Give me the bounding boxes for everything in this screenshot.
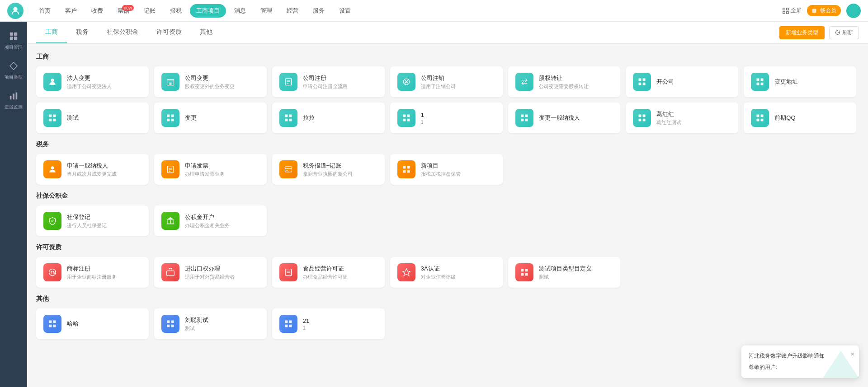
tab-xuke[interactable]: 许可资质 [147,22,191,43]
card-icon-cert [397,263,415,281]
sidebar-item-progress[interactable]: 进度监测 [0,85,27,115]
tab-other[interactable]: 其他 [191,22,222,43]
card-title: 测试 [67,114,142,122]
svg-rect-52 [643,115,646,117]
card-desc: 当月或次月成变更完成 [67,171,142,177]
card-title: 变更一般纳税人 [539,114,613,122]
service-card[interactable]: 测试项目类型目定义测试 [508,257,621,288]
service-card[interactable]: 食品经营许可证办理食品经营许可证 [272,257,385,288]
service-card[interactable]: 测试 [36,103,149,133]
card-title: 21 [303,317,377,324]
nav-item-billing[interactable]: 收费 [85,4,109,18]
svg-rect-8 [10,37,13,40]
main-layout: 项目管理 项目类型 进度监测 工商 税务 社保公积金 许可资质 其他 [0,22,868,387]
service-card[interactable]: 法人变更适用于公司变更法人 [36,66,149,97]
service-card[interactable]: 3A认证对企业信誉评级 [390,257,503,288]
tabs: 工商 税务 社保公积金 许可资质 其他 [36,22,222,43]
service-card[interactable]: 新项目报税加税控盘保管 [390,154,503,185]
service-card[interactable]: 申请发票办理申请发票业务 [154,154,267,185]
service-card[interactable]: 11 [390,103,503,133]
nav-items: 首页 客户 收费 票据 new 记账 报税 工商项目 消息 管理 经营 服务 设… [33,4,783,18]
service-card[interactable]: 进出口权办理适用于对外贸易经营者 [154,257,267,288]
service-card[interactable]: 公司注册申请公司注册全流程 [272,66,385,97]
card-title: 变更地址 [774,78,849,86]
card-icon-building [161,73,179,91]
card-desc: 测试 [185,325,259,332]
cards-grid: 法人变更适用于公司变更法人公司变更股权变更外的业务变更公司注册申请公司注册全流程… [36,66,859,133]
service-card[interactable]: 股权转让公司变更需要股权转让 [508,66,621,97]
service-card[interactable]: 公司注销适用于注销公司 [390,66,503,97]
nav-item-home[interactable]: 首页 [33,4,57,18]
service-card[interactable]: 葛红红葛红红测试 [626,103,738,133]
svg-rect-40 [289,115,292,117]
svg-rect-6 [10,33,13,36]
svg-rect-50 [525,119,528,121]
nav-item-business[interactable]: 工商项目 [190,4,226,18]
cards-grid: TM商标注册用于企业商标注册服务进出口权办理适用于对外贸易经营者食品经营许可证办… [36,257,859,288]
user-avatar[interactable] [846,4,861,18]
card-icon-grid [161,109,179,127]
svg-rect-57 [757,119,760,121]
service-card[interactable]: 前期QQ [744,103,856,133]
service-card[interactable]: 社保登记进行人员社保登记 [36,205,149,236]
service-card[interactable]: 变更 [154,103,267,133]
sidebar-item-project-manage[interactable]: 项目管理 [0,25,27,55]
card-desc: 对企业信誉评级 [421,274,495,280]
card-desc: 1 [303,325,377,331]
card-icon-grid [43,109,61,127]
tab-gongshang[interactable]: 工商 [36,22,67,43]
service-card[interactable]: 211 [272,308,385,339]
card-icon-person [43,160,61,178]
member-button[interactable]: 畅会员 [807,5,841,16]
service-card[interactable]: 变更地址 [744,66,856,97]
service-card[interactable]: TM商标注册用于企业商标注册服务 [36,257,149,288]
new-type-button[interactable]: 新增业务类型 [779,26,825,39]
svg-rect-36 [171,115,174,117]
svg-rect-53 [639,119,642,121]
nav-item-manage[interactable]: 管理 [254,4,278,18]
cards-grid: 申请一般纳税人当月或次月成变更完成申请发票办理申请发票业务税务报道+记账拿到营业… [36,154,859,185]
svg-rect-11 [13,93,14,99]
nav-item-invoice[interactable]: 票据 new [111,4,136,18]
logo [7,3,24,19]
svg-rect-28 [761,79,764,81]
card-icon-grid [161,315,179,333]
card-desc: 适用于公司变更法人 [67,83,142,90]
service-card[interactable]: 申请一般纳税人当月或次月成变更完成 [36,154,149,185]
refresh-button[interactable]: 刷新 [829,26,859,39]
card-title: 开公司 [656,78,731,86]
nav-item-settings[interactable]: 设置 [333,4,357,18]
nav-item-messages[interactable]: 消息 [228,4,252,18]
service-card[interactable]: 刘聪测试测试 [154,308,267,339]
tab-shebao[interactable]: 社保公积金 [98,22,147,43]
service-card[interactable]: 税务报道+记账拿到营业执照的新公司 [272,154,385,185]
svg-rect-55 [757,115,760,117]
nav-item-operation[interactable]: 经营 [280,4,305,18]
svg-point-0 [13,7,17,11]
svg-rect-49 [521,119,524,121]
service-card[interactable]: 开公司 [626,66,738,97]
card-desc: 用于企业商标注册服务 [67,274,142,280]
nav-item-tax[interactable]: 报税 [164,4,188,18]
card-icon-grid [515,109,533,127]
service-card[interactable]: 拉拉 [272,103,385,133]
notification-popup: × 河北税务数字账户升级影响通知 尊敬的用户: [741,345,859,378]
service-card[interactable]: 哈哈 [36,308,149,339]
svg-rect-67 [403,166,406,169]
tab-shuiwu[interactable]: 税务 [67,22,98,43]
sidebar-item-project-type[interactable]: 项目类型 [0,55,27,85]
nav-item-customer[interactable]: 客户 [59,4,83,18]
service-card[interactable]: 公积金开户办理公积金相关业务 [154,205,267,236]
svg-marker-82 [402,269,410,276]
card-desc: 适用于注销公司 [421,83,495,90]
svg-rect-64 [285,167,292,172]
card-desc: 股权变更外的业务变更 [185,83,259,90]
service-card[interactable]: 公司变更股权变更外的业务变更 [154,66,267,97]
service-card[interactable]: 变更一般纳税人 [508,103,621,133]
nav-item-service[interactable]: 服务 [307,4,331,18]
card-title: 拉拉 [303,114,377,122]
svg-rect-92 [171,321,174,323]
fullscreen-button[interactable]: 全屏 [783,7,802,14]
card-icon-grid [751,109,769,127]
nav-item-bookkeeping[interactable]: 记账 [137,4,162,18]
